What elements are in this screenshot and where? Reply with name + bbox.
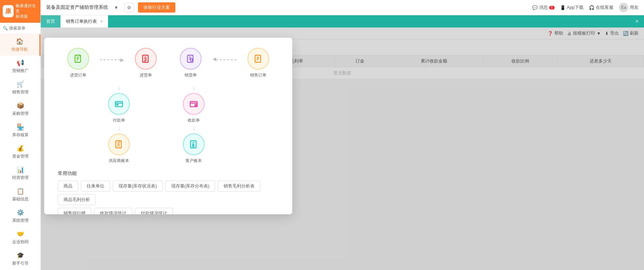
- logo-icon: 康: [3, 5, 14, 17]
- sidebar-item-purchase[interactable]: 📦 采购管理: [0, 98, 40, 120]
- service-icon: 🎧: [589, 5, 594, 10]
- arrow-down-payment: ↓: [118, 125, 120, 131]
- message-badge: 6: [549, 6, 555, 10]
- func-btn-partner[interactable]: 往来单位: [81, 181, 110, 192]
- topbar: 装备及固定资产辅助管理系统 ▼ ⚙ 体验行业方案 💬 消息 6 📱 App下载 …: [41, 0, 644, 15]
- experience-btn[interactable]: 体验行业方案: [138, 2, 175, 13]
- sidebar-item-base[interactable]: 📋 基础信息: [0, 184, 40, 205]
- purchase-order-icon: [67, 48, 89, 70]
- system-title: 装备及固定资产辅助管理系统: [46, 4, 108, 11]
- flow-node-payment: 付款单: [99, 93, 139, 123]
- sidebar-item-system[interactable]: ⚙️ 系统管理: [0, 205, 40, 227]
- customer-account-icon: [183, 133, 205, 155]
- flow-node-purchase-bill: 进货单: [125, 48, 166, 78]
- func-btn-product-profit[interactable]: 商品毛利分析: [58, 194, 96, 205]
- func-btn-sales-profit[interactable]: 销售毛利分析表: [218, 181, 260, 192]
- tab-sales-order-exec[interactable]: 销售订单执行表 ×: [60, 15, 108, 28]
- sidebar-item-finance[interactable]: 💰 资金管理: [0, 141, 40, 163]
- arrow-down-purchase: ↓: [118, 85, 120, 91]
- app-download-icon: 📱: [560, 5, 565, 10]
- sales-order-icon: [247, 48, 269, 70]
- func-btn-receipt-stat[interactable]: 收款情况统计: [94, 208, 132, 214]
- nav-icon: 🤝: [17, 230, 24, 238]
- arrow-down-sales-bill: ↓: [192, 85, 195, 91]
- app-download-btn[interactable]: 📱 App下载: [560, 4, 584, 11]
- sidebar-nav: 🏠 快捷导航 📢 营销推广 🛒 销售管理 📦 采购管理 🏪 库存核算 💰: [0, 34, 40, 270]
- func-btn-sales-rank[interactable]: 销售排行榜: [58, 208, 91, 214]
- search-icon: 🔍: [3, 26, 8, 31]
- supplier-account-icon: [108, 133, 130, 155]
- purchase-bill-icon: [135, 48, 157, 70]
- sidebar-item-sales[interactable]: 🛒 销售管理: [0, 77, 40, 98]
- function-buttons: 商品 往来单位 现存量(库存状况表) 现存量(库存分布表) 销售毛利分析表 商品…: [58, 181, 279, 205]
- settings-btn[interactable]: ⚙: [124, 3, 134, 12]
- flow-node-sales-bill: 销货单: [170, 48, 211, 78]
- common-functions: 常用功能 商品 往来单位 现存量(库存状况表) 现存量(库存分布表) 销售毛利分…: [58, 170, 279, 214]
- nav-icon: 💰: [17, 145, 24, 152]
- svg-point-28: [193, 145, 194, 147]
- arrow-down-receipt: ↓: [192, 125, 195, 131]
- sidebar-search[interactable]: 🔍 搜索菜单: [0, 23, 40, 34]
- nav-icon: 🛒: [17, 80, 24, 88]
- content-area: ❓ 帮助 🖨 按模板打印 ▼ ⬇ 导出 🔄 刷新: [41, 28, 644, 270]
- common-functions-title: 常用功能: [58, 170, 279, 177]
- svg-point-10: [190, 59, 193, 61]
- receipt-icon: [183, 93, 205, 115]
- flow-section: 进货订单 ▶ 进货单: [58, 48, 279, 164]
- payment-icon: [108, 93, 130, 115]
- payment-label: 付款单: [113, 118, 125, 123]
- flow-node-supplier-account: 供应商账本: [99, 133, 139, 164]
- sidebar-logo: 康 畅康通好生意 标准版: [0, 0, 40, 23]
- nav-icon: 📊: [17, 166, 24, 174]
- quick-nav-modal: 进货订单 ▶ 进货单: [44, 38, 292, 214]
- sidebar-item-newbie[interactable]: 🎓 新手引导: [0, 248, 40, 270]
- supplier-account-label: 供应商账本: [109, 158, 129, 164]
- tabbar: 首页 销售订单执行表 × ×: [41, 15, 644, 28]
- func-btn-stock-dist[interactable]: 现存量(库存分布表): [166, 181, 215, 192]
- nav-icon: 📋: [17, 187, 24, 195]
- sales-bill-label: 销货单: [185, 72, 197, 78]
- logo-text: 畅康通好生意 标准版: [16, 3, 38, 19]
- purchase-bill-label: 进货单: [140, 72, 152, 78]
- main-area: 装备及固定资产辅助管理系统 ▼ ⚙ 体验行业方案 💬 消息 6 📱 App下载 …: [41, 0, 644, 270]
- nav-icon: 📢: [17, 59, 24, 67]
- message-btn[interactable]: 💬 消息 6: [532, 4, 555, 11]
- flow-node-sales-order: 销售订单: [238, 48, 279, 78]
- sidebar-item-quick-nav[interactable]: 🏠 快捷导航: [0, 34, 40, 56]
- func-btn-product[interactable]: 商品: [58, 181, 78, 192]
- sidebar-item-inventory[interactable]: 🏪 库存核算: [0, 120, 40, 141]
- func-btn-payment-stat[interactable]: 付款情况统计: [135, 208, 173, 214]
- nav-icon: 🎓: [17, 252, 24, 259]
- message-icon: 💬: [532, 5, 538, 10]
- function-buttons-row2: 销售排行榜 收款情况统计 付款情况统计: [58, 208, 279, 214]
- arrow-sales-order-to-bill: ▶: [211, 57, 238, 62]
- tab-close-icon[interactable]: ×: [100, 19, 103, 24]
- sales-order-label: 销售订单: [250, 72, 266, 78]
- receipt-label: 收款单: [188, 118, 200, 123]
- user-info[interactable]: Ea 用友: [619, 3, 639, 12]
- modal-overlay: 进货订单 ▶ 进货单: [41, 28, 644, 270]
- sidebar-item-enterprise[interactable]: 🤝 企业协同: [0, 227, 40, 248]
- svg-rect-17: [117, 104, 118, 105]
- sidebar-item-operation[interactable]: 📊 经营管理: [0, 163, 40, 184]
- svg-point-24: [195, 104, 197, 106]
- user-avatar: Ea: [619, 3, 628, 12]
- online-service-btn[interactable]: 🎧 在线客服: [589, 4, 613, 11]
- sales-bill-icon: [180, 48, 202, 70]
- arrow-purchase-order-to-bill: ▶: [99, 57, 125, 62]
- system-dropdown[interactable]: ▼: [112, 3, 120, 12]
- sidebar: 康 畅康通好生意 标准版 🔍 搜索菜单 🏠 快捷导航 📢 营销推广 🛒 销售管理: [0, 0, 41, 270]
- topbar-right: 💬 消息 6 📱 App下载 🎧 在线客服 Ea 用友: [532, 3, 639, 12]
- tab-close-main[interactable]: ×: [630, 18, 644, 24]
- flow-node-customer-account: 客户账本: [173, 133, 214, 164]
- purchase-order-label: 进货订单: [70, 72, 86, 78]
- sidebar-item-marketing[interactable]: 📢 营销推广: [0, 56, 40, 77]
- func-btn-stock-status[interactable]: 现存量(库存状况表): [113, 181, 163, 192]
- nav-icon: ⚙️: [17, 209, 24, 216]
- nav-icon: 📦: [17, 102, 24, 109]
- nav-icon: 🏪: [17, 123, 24, 131]
- nav-icon: 🏠: [16, 38, 23, 45]
- customer-account-label: 客户账本: [186, 158, 202, 164]
- flow-node-receipt: 收款单: [173, 93, 214, 123]
- tab-home[interactable]: 首页: [41, 15, 60, 28]
